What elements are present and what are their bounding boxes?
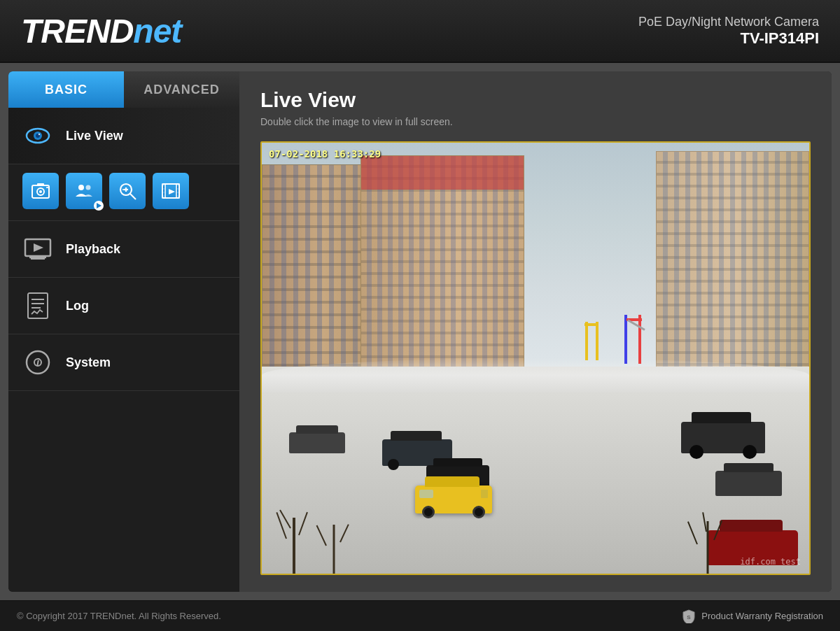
inner-panel: BASIC ADVANCED (8, 71, 832, 592)
svg-rect-8 (46, 187, 48, 188)
log-label: Log (66, 299, 89, 313)
playback-icon (22, 234, 53, 264)
snapshot-button[interactable] (22, 173, 59, 209)
svg-rect-7 (37, 183, 44, 186)
sidebar-menu: Live View (8, 108, 239, 592)
product-model: TV-IP314PI (638, 29, 819, 48)
sidebar-item-playback[interactable]: Playback (8, 221, 239, 278)
page-title: Live View (260, 88, 811, 112)
camera-canvas: 07-02-2018 16:33:29 idf.com test (262, 143, 809, 574)
camera-feed[interactable]: 07-02-2018 16:33:29 idf.com test (260, 141, 811, 575)
svg-rect-21 (163, 193, 164, 195)
sidebar: BASIC ADVANCED (8, 71, 239, 592)
tab-advanced[interactable]: ADVANCED (124, 71, 239, 108)
content-area: Live View Double click the image to view… (239, 71, 832, 592)
sidebar-item-log[interactable]: Log (8, 278, 239, 334)
product-line: PoE Day/Night Network Camera (638, 15, 819, 29)
log-icon (22, 290, 53, 321)
svg-rect-31 (28, 293, 48, 318)
svg-marker-25 (169, 189, 175, 194)
svg-point-3 (38, 134, 40, 135)
product-info: PoE Day/Night Network Camera TV-IP314PI (638, 15, 819, 48)
live-view-icon (22, 120, 53, 151)
header: TRENDnet PoE Day/Night Network Camera TV… (0, 0, 840, 63)
svg-rect-24 (177, 193, 178, 195)
tab-basic[interactable]: BASIC (8, 71, 124, 108)
playback-label: Playback (66, 242, 120, 257)
main-content: BASIC ADVANCED (0, 63, 840, 600)
shield-icon: S (682, 609, 696, 623)
page-subtitle: Double click the image to view in full s… (260, 116, 811, 127)
system-icon: i (22, 347, 53, 378)
svg-rect-20 (163, 190, 164, 192)
svg-point-9 (78, 185, 84, 190)
warranty-link[interactable]: S Product Warranty Registration (682, 609, 823, 623)
system-label: System (66, 355, 111, 370)
svg-marker-27 (34, 243, 43, 252)
sidebar-item-live-view[interactable]: Live View (8, 108, 239, 164)
copyright-text: © Copyright 2017 TRENDnet. All Rights Re… (17, 611, 221, 621)
svg-rect-19 (163, 186, 164, 188)
svg-text:S: S (687, 614, 692, 621)
svg-line-12 (130, 194, 136, 199)
warranty-text: Product Warranty Registration (701, 611, 823, 621)
zoom-button[interactable] (109, 173, 146, 209)
footer: © Copyright 2017 TRENDnet. All Rights Re… (0, 600, 840, 631)
tab-bar: BASIC ADVANCED (8, 71, 239, 108)
svg-rect-23 (177, 190, 178, 192)
logo: TRENDnet (21, 12, 181, 50)
svg-point-6 (39, 190, 42, 193)
svg-point-10 (86, 185, 91, 190)
playback-clip-button[interactable] (153, 173, 189, 209)
live-view-label: Live View (66, 129, 123, 143)
brand-name: TRENDnet (21, 12, 181, 50)
camera-timestamp: 07-02-2018 16:33:29 (269, 148, 381, 159)
record-button[interactable] (66, 173, 102, 209)
sidebar-item-system[interactable]: i System (8, 334, 239, 391)
sub-icons-row (8, 164, 239, 221)
camera-watermark: idf.com test (740, 557, 801, 567)
svg-rect-22 (177, 186, 178, 188)
